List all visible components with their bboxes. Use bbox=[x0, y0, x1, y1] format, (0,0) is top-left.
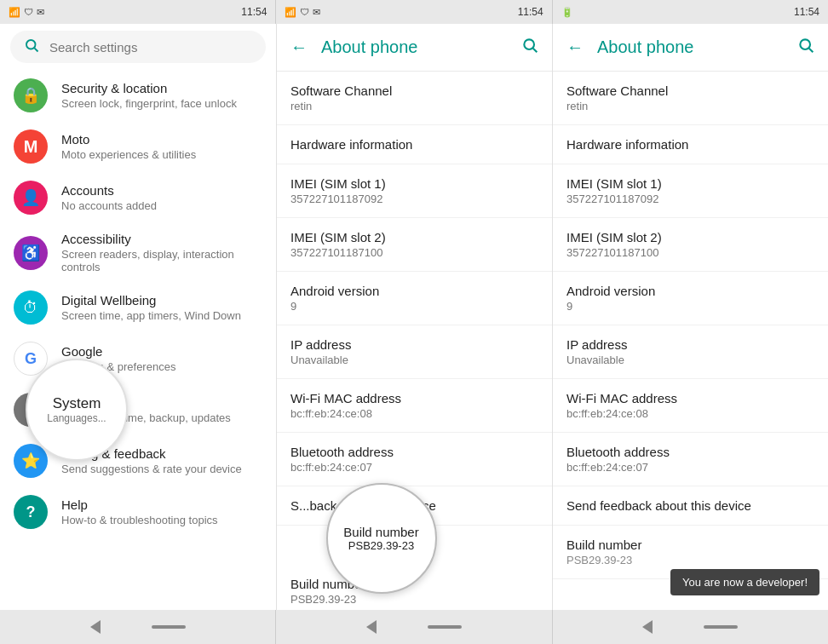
svg-point-4 bbox=[800, 39, 810, 49]
software-channel-value: retin bbox=[290, 100, 538, 112]
main-layout: 🔒 Security & location Screen lock, finge… bbox=[0, 24, 828, 610]
accessibility-icon: ♿ bbox=[14, 236, 48, 270]
panel-content-middle: Software Channel retin Hardware informat… bbox=[277, 72, 552, 610]
digital-wellbeing-text: Digital Wellbeing Screen time, app timer… bbox=[61, 293, 262, 322]
bottom-nav-section-2 bbox=[276, 610, 552, 644]
imei2-title: IMEI (SIM slot 2) bbox=[290, 230, 538, 244]
settings-item-help[interactable]: ? Help How-to & troubleshooting topics bbox=[0, 486, 276, 538]
imei2-title-r: IMEI (SIM slot 2) bbox=[566, 230, 814, 244]
settings-panel: 🔒 Security & location Screen lock, finge… bbox=[0, 24, 277, 610]
build-number-title-r: Build number bbox=[566, 538, 814, 552]
status-panel-3: 🔋 11:54 bbox=[553, 0, 828, 24]
imei2-value: 357227101187100 bbox=[290, 246, 538, 259]
settings-item-accounts[interactable]: 👤 Accounts No accounts added bbox=[0, 172, 276, 223]
info-imei1-r[interactable]: IMEI (SIM slot 1) 357227101187092 bbox=[553, 164, 828, 218]
security-icon: 🔒 bbox=[14, 78, 48, 112]
svg-line-5 bbox=[809, 49, 814, 53]
info-android-version-r[interactable]: Android version 9 bbox=[553, 272, 828, 325]
bottom-nav-section-3 bbox=[553, 610, 828, 644]
info-android-version[interactable]: Android version 9 bbox=[277, 272, 552, 325]
info-hardware-info[interactable]: Hardware information bbox=[277, 125, 552, 164]
bluetooth-value-r: bc:ff:eb:24:ce:07 bbox=[566, 461, 814, 474]
rating-subtitle: Send suggestions & rate your device bbox=[61, 463, 262, 475]
android-version-title: Android version bbox=[290, 284, 538, 298]
info-software-channel-r[interactable]: Software Channel retin bbox=[553, 72, 828, 125]
imei1-value: 357227101187092 bbox=[290, 193, 538, 205]
info-send-feedback-r[interactable]: Send feedback about this device bbox=[553, 486, 828, 526]
settings-item-system[interactable]: ℹ System Languages, time, backup, update… bbox=[0, 384, 276, 435]
back-arrow-middle[interactable]: ← bbox=[290, 37, 308, 57]
moto-subtitle: Moto experiences & utilities bbox=[61, 148, 262, 161]
svg-line-3 bbox=[533, 49, 538, 53]
info-imei2[interactable]: IMEI (SIM slot 2) 357227101187100 bbox=[277, 218, 552, 272]
ip-address-title: IP address bbox=[290, 337, 538, 352]
home-nav-pill[interactable] bbox=[152, 625, 186, 629]
digital-wellbeing-subtitle: Screen time, app timers, Wind Down bbox=[61, 309, 262, 322]
search-header-icon-right[interactable] bbox=[797, 37, 814, 58]
info-imei2-r[interactable]: IMEI (SIM slot 2) 357227101187100 bbox=[553, 218, 828, 272]
wifi-mac-value-r: bc:ff:eb:24:ce:08 bbox=[566, 407, 814, 420]
info-software-channel[interactable]: Software Channel retin bbox=[277, 72, 552, 125]
settings-item-moto[interactable]: M Moto Moto experiences & utilities bbox=[0, 121, 276, 172]
svg-point-0 bbox=[26, 40, 36, 49]
hardware-info-title: Hardware information bbox=[290, 137, 538, 152]
accessibility-subtitle: Screen readers, display, interaction con… bbox=[61, 248, 262, 273]
about-phone-panel-middle: ← About phone Software Channel retin Har… bbox=[277, 24, 553, 610]
digital-wellbeing-title: Digital Wellbeing bbox=[61, 293, 262, 308]
build-number-value: PSB29.39-23 bbox=[290, 593, 538, 606]
system-circle-subtitle: Languages... bbox=[47, 412, 106, 424]
wifi-mac-title: Wi-Fi MAC address bbox=[290, 391, 538, 405]
accounts-icon: 👤 bbox=[14, 181, 48, 215]
back-arrow-right[interactable]: ← bbox=[566, 37, 584, 57]
accessibility-title: Accessibility bbox=[61, 232, 262, 246]
settings-item-accessibility[interactable]: ♿ Accessibility Screen readers, display,… bbox=[0, 223, 276, 282]
info-hardware-info-r[interactable]: Hardware information bbox=[553, 125, 828, 164]
software-channel-title-r: Software Channel bbox=[566, 83, 814, 98]
imei1-title: IMEI (SIM slot 1) bbox=[290, 176, 538, 191]
status-icons-3: 🔋 bbox=[561, 7, 573, 18]
info-bluetooth[interactable]: Bluetooth address bc:ff:eb:24:ce:07 bbox=[277, 433, 552, 486]
home-nav-pill-2[interactable] bbox=[428, 625, 462, 629]
about-phone-panel-right: ← About phone Software Channel retin Har… bbox=[553, 24, 828, 610]
panel-header-middle: ← About phone bbox=[277, 24, 552, 72]
ip-address-value-r: Unavailable bbox=[566, 354, 814, 366]
status-time-2: 11:54 bbox=[518, 6, 543, 18]
back-nav-btn[interactable] bbox=[90, 620, 101, 634]
search-input[interactable] bbox=[49, 40, 252, 55]
sim-icon: 📶 bbox=[9, 7, 20, 18]
info-wifi-mac-r[interactable]: Wi-Fi MAC address bc:ff:eb:24:ce:08 bbox=[553, 379, 828, 433]
settings-item-security[interactable]: 🔒 Security & location Screen lock, finge… bbox=[0, 70, 276, 121]
search-bar[interactable] bbox=[10, 31, 266, 63]
ip-address-title-r: IP address bbox=[566, 337, 814, 352]
bottom-nav-section-1 bbox=[0, 610, 276, 644]
accessibility-text: Accessibility Screen readers, display, i… bbox=[61, 232, 262, 273]
shield-icon: 🛡 bbox=[24, 7, 33, 17]
send-feedback-title-r: Send feedback about this device bbox=[566, 498, 814, 513]
imei2-value-r: 357227101187100 bbox=[566, 246, 814, 259]
imei1-title-r: IMEI (SIM slot 1) bbox=[566, 176, 814, 191]
back-nav-btn-3[interactable] bbox=[642, 620, 653, 634]
security-subtitle: Screen lock, fingerprint, face unlock bbox=[61, 97, 262, 110]
bluetooth-title-r: Bluetooth address bbox=[566, 445, 814, 459]
digital-wellbeing-icon: ⏱ bbox=[14, 290, 48, 325]
home-nav-pill-3[interactable] bbox=[704, 625, 738, 629]
settings-item-digital-wellbeing[interactable]: ⏱ Digital Wellbeing Screen time, app tim… bbox=[0, 282, 276, 333]
search-header-icon-middle[interactable] bbox=[521, 37, 538, 58]
status-bar: 📶 🛡 ✉ 11:54 📶 🛡 ✉ 11:54 🔋 11:54 bbox=[0, 0, 828, 24]
info-wifi-mac[interactable]: Wi-Fi MAC address bc:ff:eb:24:ce:08 bbox=[277, 379, 552, 433]
moto-text: Moto Moto experiences & utilities bbox=[61, 132, 262, 161]
back-nav-btn-2[interactable] bbox=[366, 620, 377, 634]
info-ip-address-r[interactable]: IP address Unavailable bbox=[553, 325, 828, 379]
build-circle-title: Build number bbox=[343, 525, 418, 539]
info-ip-address[interactable]: IP address Unavailable bbox=[277, 325, 552, 379]
battery-icon: 🔋 bbox=[561, 7, 573, 18]
system-circle-title: System bbox=[53, 395, 101, 412]
info-imei1[interactable]: IMEI (SIM slot 1) 357227101187092 bbox=[277, 164, 552, 218]
imei1-value-r: 357227101187092 bbox=[566, 193, 814, 205]
security-text: Security & location Screen lock, fingerp… bbox=[61, 81, 262, 110]
info-build-number[interactable]: Build number PSB29.39-23 Build number PS… bbox=[277, 526, 552, 610]
help-icon: ? bbox=[14, 495, 48, 529]
system-tooltip-circle: System Languages... bbox=[26, 359, 128, 461]
software-channel-value-r: retin bbox=[566, 100, 814, 112]
info-bluetooth-r[interactable]: Bluetooth address bc:ff:eb:24:ce:07 bbox=[553, 433, 828, 486]
